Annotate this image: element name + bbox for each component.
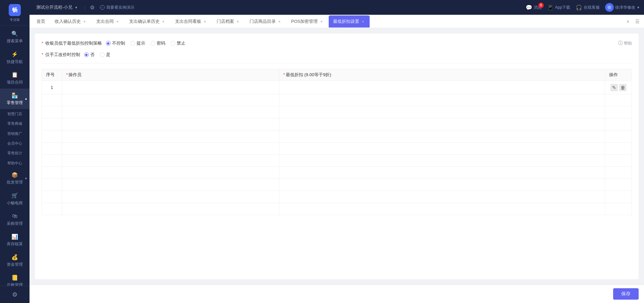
- sidebar-item-inventory[interactable]: 📊 库存核算: [0, 230, 30, 250]
- sidebar-item-project[interactable]: 📋 项目合同: [0, 68, 30, 88]
- tab-label: 支出确认单历史: [129, 18, 160, 24]
- sidebar-item-label: 会员中心: [7, 141, 22, 146]
- sidebar-item-retail-mall[interactable]: 零售商城: [0, 119, 30, 129]
- purchase-icon: 🛍: [12, 212, 17, 220]
- cell-seq: 1: [42, 81, 62, 94]
- logo-icon: 畅: [9, 4, 21, 16]
- sidebar-item-label: 零售统计: [7, 151, 22, 156]
- bottom-bar: 保存: [30, 285, 644, 303]
- user-dropdown-icon: ▼: [637, 6, 640, 9]
- sidebar-item-finance[interactable]: 💰 资金管理: [0, 250, 30, 271]
- tab-label: 支出合同: [96, 18, 114, 24]
- question-icon: ⓘ: [618, 40, 623, 46]
- sidebar-item-ecommerce[interactable]: 🛒 小畅电商: [0, 189, 30, 209]
- manual-option-yes[interactable]: 是: [100, 52, 110, 58]
- help-button[interactable]: ⓘ 帮助: [618, 40, 632, 46]
- sidebar-item-search[interactable]: 🔍 搜索菜单: [0, 27, 30, 47]
- tab-label: 门店商品目录: [250, 18, 276, 24]
- message-icon: 💬: [526, 4, 532, 11]
- sidebar-item-label: 批发管理: [7, 180, 23, 185]
- settings-button[interactable]: ⚙: [0, 286, 30, 303]
- tab-close-icon[interactable]: ×: [277, 19, 282, 24]
- strategy-option-no-control[interactable]: 不控制: [106, 40, 125, 46]
- topbar-settings-button[interactable]: ⚙: [89, 3, 96, 12]
- sidebar-logo: 畅 专业版: [0, 0, 30, 26]
- sidebar-item-label: 零售管理: [7, 100, 23, 106]
- message-button[interactable]: 💬 消息 8: [526, 4, 542, 11]
- manual-form-row: * 仅手工改价时控制 否 是: [42, 52, 632, 58]
- empty-row: [42, 179, 632, 191]
- save-button[interactable]: 保存: [613, 288, 639, 300]
- tab-close-icon[interactable]: ×: [82, 19, 87, 24]
- close-tab-button[interactable]: ×: [624, 17, 632, 26]
- inventory-icon: 📊: [11, 233, 18, 241]
- user-menu[interactable]: 徐 徐泽华修改 ▼: [605, 3, 640, 12]
- tab-home[interactable]: 首页: [32, 15, 50, 28]
- radio-unchecked-icon: [151, 41, 155, 46]
- manual-label: * 仅手工改价时控制: [42, 52, 80, 58]
- user-name: 徐泽华修改: [615, 5, 635, 10]
- sidebar-item-label: 项目合同: [7, 80, 23, 85]
- sidebar-item-quicknav[interactable]: ⚡ 快捷导航: [0, 47, 30, 68]
- chevron-up-icon: ▲: [24, 97, 28, 101]
- tab-close-icon[interactable]: ×: [361, 19, 365, 24]
- app-download-button[interactable]: 📱 App下载: [547, 4, 570, 11]
- tab-label: 门店档案: [217, 18, 234, 24]
- tab-expense-contract[interactable]: 支出合同 ×: [92, 15, 124, 28]
- demo-button[interactable]: ○ 我要看实例演示: [100, 5, 135, 10]
- dropdown-icon: ▼: [74, 6, 78, 9]
- empty-row: [42, 94, 632, 106]
- sidebar-item-purchase[interactable]: 🛍 采购管理: [0, 209, 30, 230]
- tab-close-icon[interactable]: ×: [115, 19, 120, 24]
- tab-expense-kanban[interactable]: 支出合同看板 ×: [171, 15, 212, 28]
- tabbar-controls: × ☰: [624, 17, 641, 26]
- project-name: 测试分开流程-小兄: [36, 4, 72, 10]
- strategy-option-forbid[interactable]: 禁止: [171, 40, 185, 46]
- sidebar-item-ledger[interactable]: 📒 总账管理: [0, 271, 30, 286]
- topbar-right: 💬 消息 8 📱 App下载 🎧 在线客服 徐 徐泽华修改 ▼: [526, 3, 640, 12]
- service-button[interactable]: 🎧 在线客服: [576, 4, 600, 11]
- demo-icon: ○: [100, 5, 105, 10]
- sidebar-item-wholesale[interactable]: 📦 批发管理 ▼: [0, 168, 30, 189]
- radio-checked-icon: [84, 52, 89, 57]
- gear-icon: ⚙: [12, 291, 17, 298]
- tab-label: 支出合同看板: [175, 18, 201, 24]
- search-icon: 🔍: [11, 30, 18, 38]
- tab-pos-encryption[interactable]: POS加密管理 ×: [287, 15, 328, 28]
- ecommerce-icon: 🛒: [11, 192, 18, 199]
- more-tabs-button[interactable]: ☰: [633, 17, 641, 26]
- manual-option-no[interactable]: 否: [84, 52, 95, 58]
- cell-action: ✎ 🗑: [605, 81, 632, 94]
- empty-row: [42, 167, 632, 179]
- sidebar-item-marketing[interactable]: 营销推广: [0, 129, 30, 139]
- tab-close-icon[interactable]: ×: [161, 19, 166, 24]
- sidebar-item-smart-store[interactable]: 智慧门店: [0, 109, 30, 119]
- tab-store-archive[interactable]: 门店档案 ×: [212, 15, 245, 28]
- tab-income-history[interactable]: 收入确认历史 ×: [50, 15, 91, 28]
- empty-row: [42, 203, 632, 215]
- tab-min-discount[interactable]: 最低折扣设置 ×: [329, 15, 370, 28]
- sidebar-item-label: 智慧门店: [7, 111, 22, 116]
- radio-checked-icon: [106, 41, 111, 46]
- strategy-option-password[interactable]: 密码: [151, 40, 165, 46]
- table-wrapper: 序号 *操作员 *最低折扣 (9.00等于9折) 操作: [42, 69, 632, 215]
- sidebar-item-retail-stats[interactable]: 零售统计: [0, 148, 30, 158]
- delete-row-button[interactable]: 🗑: [619, 84, 627, 91]
- sidebar-item-retail[interactable]: 🏪 零售管理 ▲: [0, 89, 30, 109]
- tab-close-icon[interactable]: ×: [319, 19, 324, 24]
- tab-close-icon[interactable]: ×: [203, 19, 207, 24]
- tab-store-catalog[interactable]: 门店商品目录 ×: [245, 15, 286, 28]
- sidebar-item-help-center[interactable]: 帮助中心: [0, 158, 30, 168]
- delete-icon: 🗑: [621, 85, 625, 90]
- sidebar: 畅 专业版 🔍 搜索菜单 ⚡ 快捷导航 📋 项目合同 🏪 零售管理 ▲ 智慧门店: [0, 0, 30, 303]
- strategy-radio-group: 不控制 提示 密码 禁止: [106, 40, 185, 46]
- strategy-option-prompt[interactable]: 提示: [130, 40, 145, 46]
- project-selector[interactable]: 测试分开流程-小兄 ▼: [34, 3, 80, 12]
- service-label: 在线客服: [584, 5, 600, 10]
- cell-discount: [279, 81, 605, 94]
- edit-row-button[interactable]: ✎: [610, 84, 618, 91]
- tab-close-icon[interactable]: ×: [235, 19, 240, 24]
- tab-expense-confirm-history[interactable]: 支出确认单历史 ×: [125, 15, 170, 28]
- sidebar-item-member[interactable]: 会员中心: [0, 139, 30, 148]
- edit-icon: ✎: [612, 85, 616, 90]
